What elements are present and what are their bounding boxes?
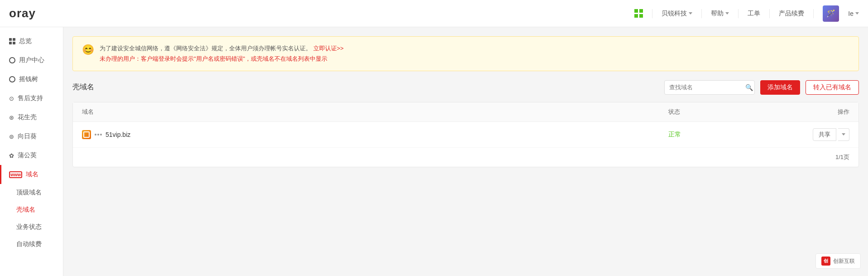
sidebar-item-dashboard[interactable]: 总览 <box>0 32 63 51</box>
section-title: 壳域名 <box>72 82 94 92</box>
col-status: 状态 <box>668 108 759 116</box>
app-grid-icon[interactable] <box>634 9 643 18</box>
domain-cell: 51vip.biz <box>82 130 668 139</box>
divider-2 <box>701 9 702 18</box>
divider-5 <box>813 9 814 18</box>
notice-banner: 😊 为了建设安全城信网络，遵《网络安全法》规定，全体用户须办理帐号实名认证。 立… <box>72 36 859 71</box>
product-renewal-label: 产品续费 <box>779 10 804 18</box>
pagination-text: 1/1页 <box>835 153 849 161</box>
grid-icon <box>9 38 15 44</box>
header: oray 贝锐科技 帮助 工单 产品续费 🪄 Ie <box>0 0 868 27</box>
help-chevron-icon <box>725 12 729 15</box>
sidebar-sub-item-business-status[interactable]: 业务状态 <box>0 218 63 236</box>
search-icon: 🔍 <box>745 84 753 91</box>
sidebar-item-label: 蒲公英 <box>18 151 37 160</box>
sidebar-sub-item-top-domain[interactable]: 顶级域名 <box>0 184 63 201</box>
share-button[interactable]: 共享 <box>813 128 836 141</box>
watermark-text: 创新互联 <box>833 257 855 265</box>
domain-status: 正常 <box>668 131 759 139</box>
help-label: 帮助 <box>711 10 724 18</box>
header-right: 贝锐科技 帮助 工单 产品续费 🪄 Ie <box>634 5 859 22</box>
share-dropdown-button[interactable] <box>838 128 849 141</box>
search-box[interactable]: 🔍 <box>664 80 755 95</box>
workorder-label: 工单 <box>748 10 760 18</box>
user-dropdown[interactable]: Ie <box>848 10 859 17</box>
domain-table: 域名 状态 操作 51vip.biz 正常 <box>72 102 859 167</box>
notice-emoji-icon: 😊 <box>82 44 94 56</box>
sunflower-icon: ⊚ <box>9 133 14 140</box>
table-header: 域名 状态 操作 <box>73 102 858 122</box>
domain-masked <box>95 134 102 136</box>
divider-1 <box>652 9 652 18</box>
sidebar-sub-item-label: 顶级域名 <box>16 189 42 197</box>
sidebar-item-money-tree[interactable]: 摇钱树 <box>0 70 63 89</box>
sidebar-item-dandelion[interactable]: ✿ 蒲公英 <box>0 146 63 165</box>
sidebar-sub-item-label: 壳域名 <box>16 206 35 214</box>
avatar-text: 🪄 <box>826 9 835 18</box>
dot-2 <box>97 134 99 136</box>
flower-icon: ⊛ <box>9 114 14 121</box>
add-domain-button[interactable]: 添加域名 <box>760 80 800 95</box>
sidebar-sub-item-auto-renewal[interactable]: 自动续费 <box>0 236 63 253</box>
notice-text-block: 为了建设安全城信网络，遵《网络安全法》规定，全体用户须办理帐号实名认证。 立即认… <box>100 43 344 64</box>
company-chevron-icon <box>689 12 692 15</box>
sidebar-item-label: 向日葵 <box>18 132 37 140</box>
workorder-menu[interactable]: 工单 <box>748 10 760 18</box>
sidebar: 总览 用户中心 摇钱树 ⊙ 售后支持 ⊛ 花生壳 ⊚ 向日葵 ✿ 蒲公英 www <box>0 27 63 276</box>
sidebar-item-label: 总览 <box>19 37 32 45</box>
sidebar-item-flower-shell[interactable]: ⊛ 花生壳 <box>0 108 63 127</box>
user-icon <box>9 57 15 63</box>
sidebar-item-user-center[interactable]: 用户中心 <box>0 51 63 70</box>
watermark: 创 创新互联 <box>815 253 861 269</box>
user-chevron-icon <box>855 12 859 15</box>
sidebar-item-label: 售后支持 <box>18 94 43 102</box>
pagination: 1/1页 <box>73 148 858 167</box>
sidebar-item-label: 摇钱树 <box>19 75 38 83</box>
section-header: 壳域名 🔍 添加域名 转入已有域名 <box>72 80 859 95</box>
table-ops: 共享 <box>759 128 849 141</box>
divider-4 <box>769 9 770 18</box>
transfer-domain-button[interactable]: 转入已有域名 <box>806 80 859 95</box>
shake-icon <box>9 76 15 82</box>
main-content: 😊 为了建设安全城信网络，遵《网络安全法》规定，全体用户须办理帐号实名认证。 立… <box>63 27 868 276</box>
sidebar-item-label: 用户中心 <box>19 56 44 64</box>
table-row: 51vip.biz 正常 共享 <box>73 122 858 148</box>
section-actions: 🔍 添加域名 转入已有域名 <box>664 80 859 95</box>
domain-favicon-icon <box>82 130 91 139</box>
col-domain: 域名 <box>82 108 668 116</box>
sidebar-item-sunflower[interactable]: ⊚ 向日葵 <box>0 127 63 146</box>
divider-3 <box>738 9 739 18</box>
help-menu[interactable]: 帮助 <box>711 10 729 18</box>
avatar[interactable]: 🪄 <box>823 5 839 22</box>
domain-favicon-inner <box>83 131 90 138</box>
status-text: 正常 <box>668 131 681 138</box>
sidebar-sub-item-label: 自动续费 <box>16 240 42 248</box>
domain-name: 51vip.biz <box>106 131 130 138</box>
search-input[interactable] <box>669 84 745 91</box>
sidebar-sub-item-label: 业务状态 <box>16 223 42 231</box>
watermark-icon: 创 <box>821 257 830 266</box>
logo: oray <box>9 6 72 20</box>
product-renewal-menu[interactable]: 产品续费 <box>779 10 804 18</box>
sidebar-item-after-sales[interactable]: ⊙ 售后支持 <box>0 89 63 108</box>
col-ops: 操作 <box>759 108 849 116</box>
notice-verify-link[interactable]: 立即认证>> <box>313 45 344 52</box>
sidebar-item-label: 域名 <box>26 170 38 179</box>
domain-icon: www <box>9 171 22 178</box>
company-label: 贝锐科技 <box>662 10 687 18</box>
sidebar-item-label: 花生壳 <box>18 113 37 121</box>
sidebar-sub-item-shell-domain[interactable]: 壳域名 <box>0 201 63 218</box>
notice-line1: 为了建设安全城信网络，遵《网络安全法》规定，全体用户须办理帐号实名认证。 立即认… <box>100 43 344 53</box>
dot-1 <box>95 134 96 136</box>
dandelion-icon: ✿ <box>9 152 14 159</box>
dot-3 <box>100 134 102 136</box>
company-menu[interactable]: 贝锐科技 <box>662 10 692 18</box>
notice-line2: 未办理的用户：客户端登录时会提示"用户名或密码错误"，或壳域名不在域名列表中显示 <box>100 53 344 64</box>
sidebar-item-domain[interactable]: www 域名 <box>0 165 63 184</box>
username-label: Ie <box>848 10 854 17</box>
layout: 总览 用户中心 摇钱树 ⊙ 售后支持 ⊛ 花生壳 ⊚ 向日葵 ✿ 蒲公英 www <box>0 27 868 276</box>
share-chevron-icon <box>842 133 845 136</box>
support-icon: ⊙ <box>9 95 14 102</box>
